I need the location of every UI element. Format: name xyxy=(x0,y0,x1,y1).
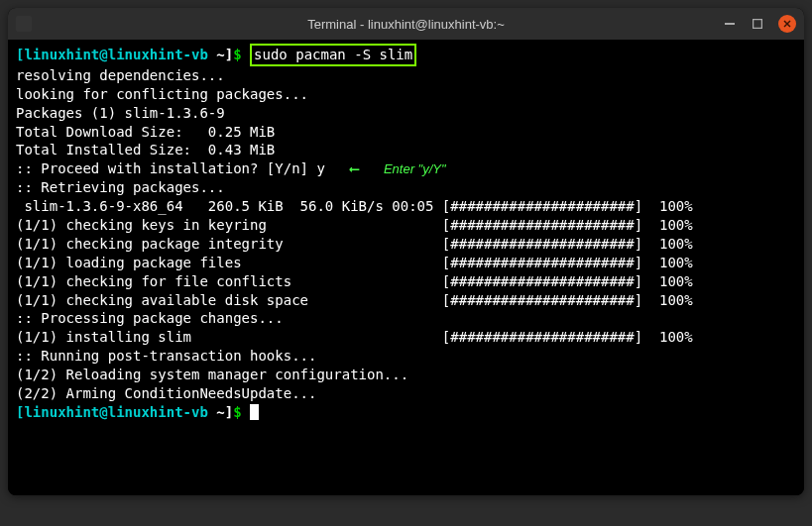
prompt-dollar: $ xyxy=(233,47,241,62)
prompt-user-host: [linuxhint@linuxhint-vb xyxy=(16,404,208,420)
output-line: (1/1) checking keys in keyring [########… xyxy=(16,216,796,235)
close-button[interactable] xyxy=(778,15,796,33)
output-line: (1/1) checking available disk space [###… xyxy=(16,291,796,310)
output-line: (1/1) checking for file conflicts [#####… xyxy=(16,272,796,291)
output-line: (2/2) Arming ConditionNeedsUpdate... xyxy=(16,384,796,403)
terminal-window: Terminal - linuxhint@linuxhint-vb:~ [lin… xyxy=(8,8,804,495)
svg-rect-0 xyxy=(725,23,735,25)
output-line: :: Retrieving packages... xyxy=(16,178,796,197)
prompt-line-2: [linuxhint@linuxhint-vb ~]$ xyxy=(16,403,796,422)
prompt-path: ~] xyxy=(208,404,233,420)
command-highlight: sudo pacman -S slim xyxy=(250,44,416,66)
prompt-user-host: [linuxhint@linuxhint-vb xyxy=(16,47,208,62)
output-line: Total Installed Size: 0.43 MiB xyxy=(16,141,796,159)
prompt-dollar: $ xyxy=(233,404,241,420)
output-line: (1/2) Reloading system manager configura… xyxy=(16,366,796,384)
annotation-arrow-icon: ⟵ xyxy=(350,160,358,176)
prompt-line-1: [linuxhint@linuxhint-vb ~]$ sudo pacman … xyxy=(16,44,796,66)
prompt-path: ~] xyxy=(208,47,233,62)
minimize-button[interactable] xyxy=(723,17,737,31)
output-line: Total Download Size: 0.25 MiB xyxy=(16,123,796,142)
proceed-line: :: Proceed with installation? [Y/n] y ⟵ … xyxy=(16,159,796,178)
output-line: :: Processing package changes... xyxy=(16,309,796,328)
output-line: resolving dependencies... xyxy=(16,66,796,85)
svg-rect-1 xyxy=(754,20,762,29)
terminal-body[interactable]: [linuxhint@linuxhint-vb ~]$ sudo pacman … xyxy=(8,40,804,495)
titlebar[interactable]: Terminal - linuxhint@linuxhint-vb:~ xyxy=(8,8,804,40)
output-line: :: Running post-transaction hooks... xyxy=(16,347,796,366)
window-controls xyxy=(723,15,796,33)
output-line: Packages (1) slim-1.3.6-9 xyxy=(16,104,796,123)
output-line: slim-1.3.6-9-x86_64 260.5 KiB 56.0 KiB/s… xyxy=(16,197,796,216)
output-line: looking for conflicting packages... xyxy=(16,85,796,104)
window-title: Terminal - linuxhint@linuxhint-vb:~ xyxy=(307,17,505,32)
maximize-button[interactable] xyxy=(751,17,764,31)
cursor xyxy=(250,404,259,420)
output-line: (1/1) loading package files [###########… xyxy=(16,254,796,272)
command-text: sudo pacman -S slim xyxy=(254,47,412,62)
output-line: (1/1) checking package integrity [######… xyxy=(16,235,796,254)
output-line: (1/1) installing slim [#################… xyxy=(16,328,796,347)
terminal-icon xyxy=(16,16,32,32)
annotation-label: Enter "y/Y" xyxy=(384,161,446,176)
